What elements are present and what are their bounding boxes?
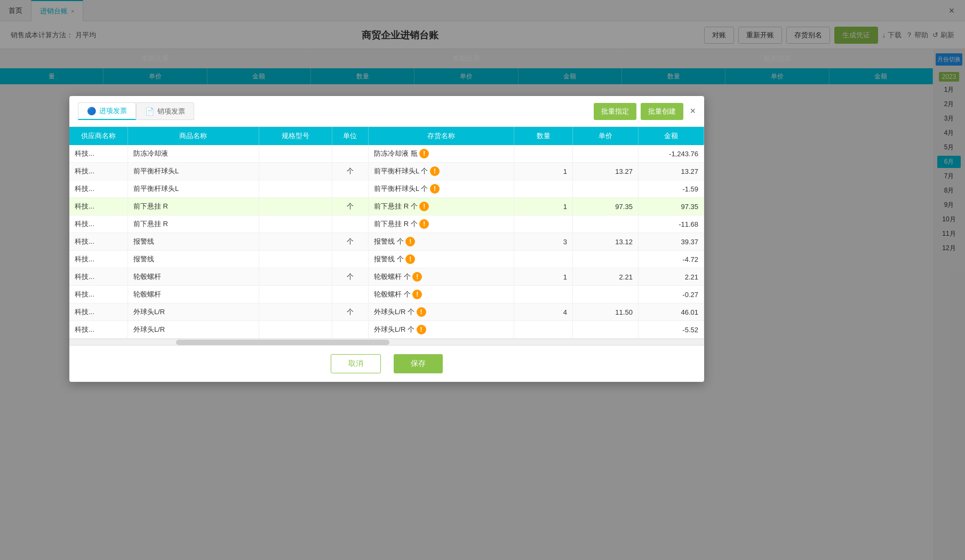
jinxiang-icon: 🔵 xyxy=(87,107,96,115)
cell-product: 报警线 xyxy=(127,233,259,251)
cell-qty xyxy=(514,321,572,339)
cell-product: 前平衡杆球头L xyxy=(127,163,259,180)
cell-qty: 4 xyxy=(514,303,572,321)
warning-icon: ! xyxy=(419,219,429,229)
cell-product: 前下悬挂 R xyxy=(127,215,259,233)
th-inventory: 存货名称 xyxy=(369,127,514,145)
cell-price xyxy=(572,145,638,163)
table-row[interactable]: 科技... 轮毂螺杆 轮毂螺杆 个 ! -0.27 xyxy=(69,286,704,303)
table-row[interactable]: 科技... 报警线 报警线 个 ! -4.72 xyxy=(69,251,704,268)
cell-spec xyxy=(259,163,332,180)
cell-qty: 1 xyxy=(514,268,572,286)
table-row[interactable]: 科技... 轮毂螺杆 个 轮毂螺杆 个 ! 1 2.21 2.21 xyxy=(69,268,704,286)
tab-jinxiang[interactable]: 🔵 进项发票 xyxy=(78,102,136,120)
xiaoxiang-icon: 📄 xyxy=(145,107,154,116)
cell-product: 轮毂螺杆 xyxy=(127,286,259,303)
cell-spec xyxy=(259,251,332,268)
cell-product: 外球头L/R xyxy=(127,321,259,339)
th-price: 单价 xyxy=(572,127,638,145)
cell-qty: 3 xyxy=(514,233,572,251)
cancel-button[interactable]: 取消 xyxy=(331,354,381,373)
cell-qty xyxy=(514,286,572,303)
cell-spec xyxy=(259,303,332,321)
cell-supplier: 科技... xyxy=(69,268,127,286)
cell-unit: 个 xyxy=(332,303,368,321)
th-supplier: 供应商名称 xyxy=(69,127,127,145)
cell-supplier: 科技... xyxy=(69,198,127,215)
warning-icon: ! xyxy=(412,290,422,299)
table-row[interactable]: 科技... 报警线 个 报警线 个 ! 3 13.12 39.37 xyxy=(69,233,704,251)
dialog: 🔵 进项发票 📄 销项发票 批量指定 批量创建 × 供应商名称 商品名称 规格型… xyxy=(69,96,704,382)
warning-icon: ! xyxy=(430,184,440,194)
tab-jinxiang-label: 进项发票 xyxy=(99,106,127,116)
table-row[interactable]: 科技... 前下悬挂 R 前下悬挂 R 个 ! -11.68 xyxy=(69,215,704,233)
cell-inventory: 前平衡杆球头L 个 ! xyxy=(369,163,514,180)
warning-icon: ! xyxy=(419,149,429,158)
dialog-footer: 取消 保存 xyxy=(69,345,704,382)
cell-inventory: 前下悬挂 R 个 ! xyxy=(369,198,514,215)
cell-unit: 个 xyxy=(332,268,368,286)
cell-unit: 个 xyxy=(332,163,368,180)
cell-spec xyxy=(259,268,332,286)
cell-amount: 46.01 xyxy=(638,303,704,321)
th-amount: 金额 xyxy=(638,127,704,145)
dialog-close-button[interactable]: × xyxy=(690,106,696,117)
table-row[interactable]: 科技... 前平衡杆球头L 前平衡杆球头L 个 ! -1.59 xyxy=(69,180,704,198)
cell-unit xyxy=(332,321,368,339)
cell-unit xyxy=(332,145,368,163)
table-row[interactable]: 科技... 防冻冷却液 防冻冷却液 瓶 ! -1,243.76 xyxy=(69,145,704,163)
cell-spec xyxy=(259,145,332,163)
warning-icon: ! xyxy=(430,166,440,176)
cell-price: 2.21 xyxy=(572,268,638,286)
dialog-body[interactable]: 供应商名称 商品名称 规格型号 单位 存货名称 数量 单价 金额 科技... 防… xyxy=(69,127,704,339)
cell-unit xyxy=(332,215,368,233)
table-row[interactable]: 科技... 外球头L/R 外球头L/R 个 ! -5.52 xyxy=(69,321,704,339)
save-button[interactable]: 保存 xyxy=(394,354,443,373)
cell-amount: 2.21 xyxy=(638,268,704,286)
cell-unit xyxy=(332,180,368,198)
cell-price xyxy=(572,251,638,268)
th-unit: 单位 xyxy=(332,127,368,145)
cell-price xyxy=(572,215,638,233)
cell-inventory: 报警线 个 ! xyxy=(369,233,514,251)
cell-supplier: 科技... xyxy=(69,215,127,233)
tab-xiaoxiang[interactable]: 📄 销项发票 xyxy=(136,102,194,120)
cell-inventory: 外球头L/R 个 ! xyxy=(369,321,514,339)
cell-amount: -0.27 xyxy=(638,286,704,303)
cell-price: 13.12 xyxy=(572,233,638,251)
cell-spec xyxy=(259,286,332,303)
batch-create-button[interactable]: 批量创建 xyxy=(641,103,683,120)
th-product: 商品名称 xyxy=(127,127,259,145)
warning-icon: ! xyxy=(405,237,415,246)
table-row[interactable]: 科技... 前平衡杆球头L 个 前平衡杆球头L 个 ! 1 13.27 13.2… xyxy=(69,163,704,180)
horizontal-scrollbar[interactable] xyxy=(69,339,704,345)
table-row[interactable]: 科技... 外球头L/R 个 外球头L/R 个 ! 4 11.50 46.01 xyxy=(69,303,704,321)
cell-amount: -1,243.76 xyxy=(638,145,704,163)
cell-unit: 个 xyxy=(332,198,368,215)
cell-amount: 97.35 xyxy=(638,198,704,215)
cell-amount: -5.52 xyxy=(638,321,704,339)
cell-inventory: 前平衡杆球头L 个 ! xyxy=(369,180,514,198)
cell-inventory: 防冻冷却液 瓶 ! xyxy=(369,145,514,163)
batch-assign-button[interactable]: 批量指定 xyxy=(594,103,636,120)
cell-supplier: 科技... xyxy=(69,251,127,268)
cell-supplier: 科技... xyxy=(69,145,127,163)
cell-qty xyxy=(514,145,572,163)
cell-qty xyxy=(514,251,572,268)
dialog-header: 🔵 进项发票 📄 销项发票 批量指定 批量创建 × xyxy=(69,96,704,127)
cell-supplier: 科技... xyxy=(69,163,127,180)
cell-amount: 13.27 xyxy=(638,163,704,180)
cell-unit: 个 xyxy=(332,233,368,251)
cell-price xyxy=(572,180,638,198)
cell-price xyxy=(572,321,638,339)
invoice-table: 供应商名称 商品名称 规格型号 单位 存货名称 数量 单价 金额 科技... 防… xyxy=(69,127,704,339)
cell-supplier: 科技... xyxy=(69,180,127,198)
cell-price xyxy=(572,286,638,303)
th-spec: 规格型号 xyxy=(259,127,332,145)
warning-icon: ! xyxy=(417,325,426,334)
scrollbar-thumb[interactable] xyxy=(176,340,389,345)
cell-product: 前平衡杆球头L xyxy=(127,180,259,198)
table-row[interactable]: 科技... 前下悬挂 R 个 前下悬挂 R 个 ! 1 97.35 97.35 xyxy=(69,198,704,215)
tab-xiaoxiang-label: 销项发票 xyxy=(157,107,185,116)
dialog-tabs: 🔵 进项发票 📄 销项发票 xyxy=(78,102,594,120)
